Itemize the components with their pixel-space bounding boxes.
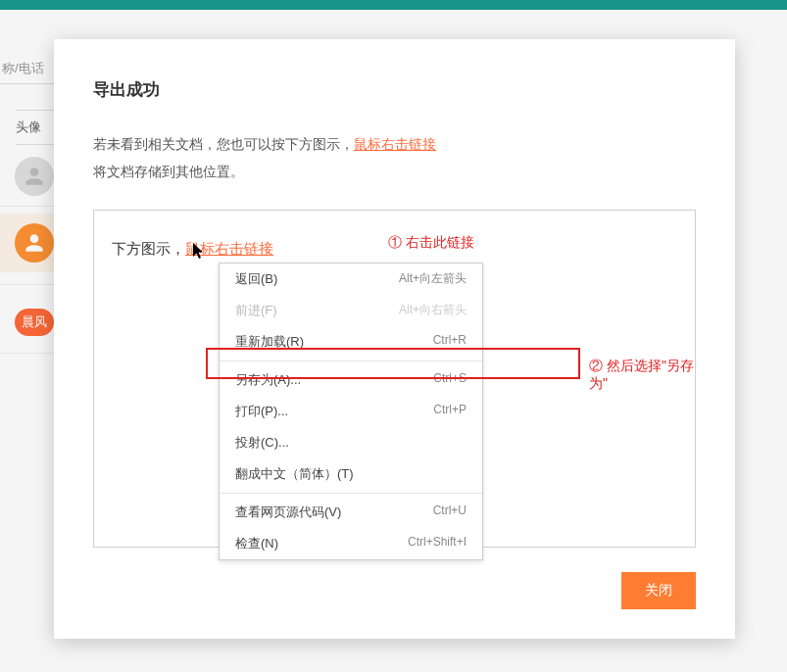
context-menu-item: 前进(F)Alt+向右箭头 [220,295,482,326]
context-menu-item-label: 返回(B) [235,270,277,288]
context-menu-item-label: 前进(F) [235,302,277,319]
export-success-modal: 导出成功 若未看到相关文档，您也可以按下方图示，鼠标右击链接 将文档存储到其他位… [54,39,735,639]
modal-footer: 关闭 [93,572,696,609]
context-menu-separator [220,360,482,361]
context-menu-item-shortcut: Ctrl+Shift+I [408,535,467,552]
modal-text-line2: 将文档存储到其他位置。 [93,164,244,179]
context-menu-item-label: 打印(P)... [235,403,288,420]
context-menu-item[interactable]: 投射(C)... [220,427,482,458]
context-menu-item-label: 查看网页源代码(V) [235,504,341,521]
modal-text-line1-prefix: 若未看到相关文档，您也可以按下方图示， [93,136,354,152]
context-menu-item[interactable]: 检查(N)Ctrl+Shift+I [220,528,482,559]
context-menu-item-shortcut: Ctrl+R [433,333,467,351]
context-menu: 返回(B)Alt+向左箭头前进(F)Alt+向右箭头重新加载(R)Ctrl+R另… [219,263,483,560]
context-menu-item-shortcut: Alt+向右箭头 [399,302,467,319]
modal-title: 导出成功 [93,78,696,101]
context-menu-item-shortcut: Ctrl+S [433,371,467,389]
context-menu-item[interactable]: 重新加载(R)Ctrl+R [220,326,482,358]
annotation-step-1: ① 右击此链接 [388,234,474,252]
context-menu-item-shortcut: Ctrl+P [433,403,467,420]
right-click-link[interactable]: 鼠标右击链接 [354,136,436,152]
context-menu-item[interactable]: 查看网页源代码(V)Ctrl+U [220,497,482,528]
context-menu-item[interactable]: 另存为(A)...Ctrl+S [220,364,482,396]
context-menu-item-label: 重新加载(R) [235,333,304,351]
context-menu-item-label: 投射(C)... [235,434,289,452]
context-menu-item-shortcut: Alt+向左箭头 [399,270,467,288]
annotation-step-2: ② 然后选择"另存为" [589,358,695,393]
modal-description: 若未看到相关文档，您也可以按下方图示，鼠标右击链接 将文档存储到其他位置。 [93,130,696,185]
context-menu-item-label: 翻成中文（简体）(T) [235,465,354,483]
instruction-diagram: 下方图示，鼠标右击链接 ① 右击此链接 返回(B)Alt+向左箭头前进(F)Al… [93,210,696,548]
diagram-prefix-text: 下方图示， [112,240,185,257]
context-menu-item-label: 另存为(A)... [235,371,301,389]
context-menu-item-label: 检查(N) [235,535,278,552]
context-menu-item[interactable]: 返回(B)Alt+向左箭头 [220,264,482,295]
context-menu-separator [220,493,482,494]
cursor-icon [192,240,206,259]
context-menu-item[interactable]: 打印(P)...Ctrl+P [220,396,482,427]
close-button[interactable]: 关闭 [621,572,696,609]
context-menu-item-shortcut: Ctrl+U [433,504,467,521]
context-menu-item[interactable]: 翻成中文（简体）(T) [220,458,482,490]
